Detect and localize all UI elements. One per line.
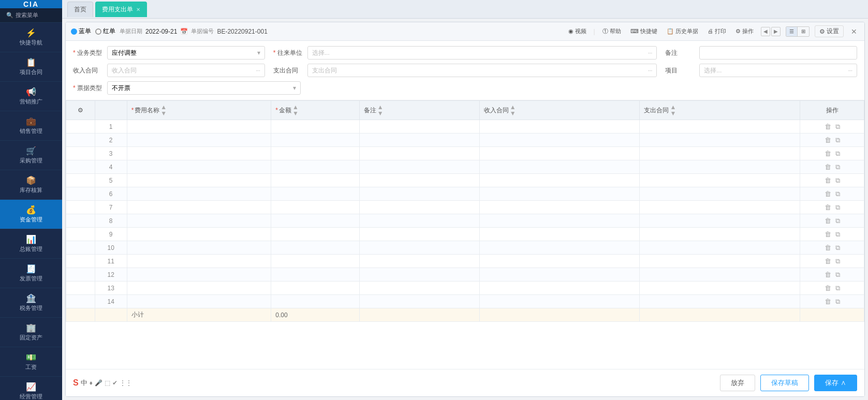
cell-expense-contract-10[interactable]	[640, 241, 800, 255]
tab-close-expense-form[interactable]: ✕	[136, 7, 140, 12]
cell-remark-1[interactable]	[359, 120, 479, 134]
income-contract-more[interactable]: ···	[256, 68, 260, 73]
sort-expense-contract[interactable]: ▲▼	[670, 104, 676, 116]
delete-row-1-icon[interactable]: 🗑	[825, 123, 831, 131]
cell-amount-4[interactable]	[271, 160, 359, 174]
cell-amount-7[interactable]	[271, 201, 359, 214]
delete-row-3-icon[interactable]: 🗑	[825, 150, 831, 158]
delete-row-6-icon[interactable]: 🗑	[825, 190, 831, 198]
cell-expense-name-9[interactable]	[127, 228, 271, 241]
cell-expense-contract-11[interactable]	[640, 255, 800, 268]
cell-remark-7[interactable]	[359, 201, 479, 214]
cell-remark-3[interactable]	[359, 147, 479, 160]
video-action[interactable]: ◉ 视频	[566, 26, 589, 36]
delete-row-12-icon[interactable]: 🗑	[825, 271, 831, 279]
cell-amount-3[interactable]	[271, 147, 359, 160]
cell-expense-contract-12[interactable]	[640, 268, 800, 282]
copy-row-7-icon[interactable]: ⧉	[835, 203, 840, 212]
settings-button[interactable]: ⚙ 设置	[815, 25, 844, 37]
copy-row-8-icon[interactable]: ⧉	[835, 217, 840, 225]
cell-expense-name-2[interactable]	[127, 134, 271, 147]
next-arrow[interactable]: ▶	[771, 27, 781, 36]
cell-amount-5[interactable]	[271, 174, 359, 187]
copy-row-6-icon[interactable]: ⧉	[835, 190, 840, 198]
cell-remark-13[interactable]	[359, 282, 479, 295]
cell-amount-12[interactable]	[271, 268, 359, 282]
cell-expense-name-7[interactable]	[127, 201, 271, 214]
cell-amount-1[interactable]	[271, 120, 359, 134]
sidebar-item-sales-mgmt[interactable]: 💼 销售管理	[0, 111, 62, 141]
delete-row-13-icon[interactable]: 🗑	[825, 284, 831, 292]
cell-expense-contract-9[interactable]	[640, 228, 800, 241]
discard-button[interactable]: 放弃	[720, 375, 755, 391]
cell-remark-11[interactable]	[359, 255, 479, 268]
sidebar-item-capital-mgmt[interactable]: 💰 资金管理	[0, 200, 62, 229]
cell-income-contract-13[interactable]	[479, 282, 640, 295]
cell-expense-name-10[interactable]	[127, 241, 271, 255]
copy-row-11-icon[interactable]: ⧉	[835, 257, 840, 265]
cell-expense-name-6[interactable]	[127, 187, 271, 201]
cell-income-contract-10[interactable]	[479, 241, 640, 255]
table-settings-col[interactable]: ⚙	[66, 101, 95, 120]
cell-remark-12[interactable]	[359, 268, 479, 282]
sidebar-item-purchase-mgmt[interactable]: 🛒 采购管理	[0, 141, 62, 170]
cell-remark-14[interactable]	[359, 295, 479, 308]
cell-expense-contract-14[interactable]	[640, 295, 800, 308]
cell-expense-name-5[interactable]	[127, 174, 271, 187]
print-action[interactable]: 🖨 打印	[705, 26, 728, 36]
delete-row-14-icon[interactable]: 🗑	[825, 298, 831, 306]
copy-row-1-icon[interactable]: ⧉	[835, 123, 840, 131]
copy-row-13-icon[interactable]: ⧉	[835, 284, 840, 292]
cell-remark-2[interactable]	[359, 134, 479, 147]
cell-income-contract-11[interactable]	[479, 255, 640, 268]
prev-arrow[interactable]: ◀	[761, 27, 770, 36]
tab-expense-form[interactable]: 费用支出单✕	[95, 2, 147, 17]
help-action[interactable]: ① 帮助	[600, 26, 623, 36]
copy-row-12-icon[interactable]: ⧉	[835, 271, 840, 279]
cell-income-contract-7[interactable]	[479, 201, 640, 214]
sidebar-item-operation-mgmt[interactable]: 📈 经营管理	[0, 377, 62, 400]
cell-income-contract-2[interactable]	[479, 134, 640, 147]
cell-expense-contract-3[interactable]	[640, 147, 800, 160]
copy-row-2-icon[interactable]: ⧉	[835, 136, 840, 144]
remark-input[interactable]	[699, 46, 857, 60]
cell-expense-name-11[interactable]	[127, 255, 271, 268]
cell-expense-contract-5[interactable]	[640, 174, 800, 187]
cell-amount-6[interactable]	[271, 187, 359, 201]
copy-row-5-icon[interactable]: ⧉	[835, 176, 840, 185]
ops-action[interactable]: ⚙ 操作	[733, 26, 756, 36]
sidebar-item-account-mgmt[interactable]: 📊 总账管理	[0, 229, 62, 259]
sidebar-item-inventory[interactable]: 📦 库存核算	[0, 170, 62, 200]
cell-remark-8[interactable]	[359, 214, 479, 228]
cell-expense-contract-2[interactable]	[640, 134, 800, 147]
cell-expense-contract-8[interactable]	[640, 214, 800, 228]
copy-row-9-icon[interactable]: ⧉	[835, 230, 840, 239]
cell-income-contract-5[interactable]	[479, 174, 640, 187]
cell-income-contract-1[interactable]	[479, 120, 640, 134]
delete-row-4-icon[interactable]: 🗑	[825, 163, 831, 171]
copy-row-4-icon[interactable]: ⧉	[835, 163, 840, 171]
cell-amount-11[interactable]	[271, 255, 359, 268]
project-input[interactable]: 选择... ···	[699, 64, 857, 77]
cell-remark-5[interactable]	[359, 174, 479, 187]
sort-expense-name[interactable]: ▲▼	[160, 104, 167, 116]
copy-row-10-icon[interactable]: ⧉	[835, 244, 840, 252]
counterparty-more[interactable]: ···	[648, 50, 652, 56]
sidebar-item-marketing[interactable]: 📢 营销推广	[0, 82, 62, 111]
history-action[interactable]: 📋 历史单据	[665, 26, 700, 36]
list-view-btn[interactable]: ☰	[786, 27, 798, 36]
delete-row-5-icon[interactable]: 🗑	[825, 176, 831, 185]
grid-view-btn[interactable]: ⊞	[798, 27, 809, 36]
business-type-select[interactable]: 应付调整 ▾	[107, 46, 265, 60]
shortcut-action[interactable]: ⌨ 快捷键	[628, 26, 659, 36]
sidebar-item-fixed-assets[interactable]: 🏢 固定资产	[0, 318, 62, 347]
cell-expense-contract-4[interactable]	[640, 160, 800, 174]
delete-row-2-icon[interactable]: 🗑	[825, 136, 831, 144]
expense-contract-more[interactable]: ···	[648, 68, 652, 73]
cell-remark-10[interactable]	[359, 241, 479, 255]
cell-income-contract-3[interactable]	[479, 147, 640, 160]
save-draft-button[interactable]: 保存草稿	[760, 375, 809, 391]
cell-income-contract-9[interactable]	[479, 228, 640, 241]
cell-expense-name-14[interactable]	[127, 295, 271, 308]
cell-income-contract-4[interactable]	[479, 160, 640, 174]
